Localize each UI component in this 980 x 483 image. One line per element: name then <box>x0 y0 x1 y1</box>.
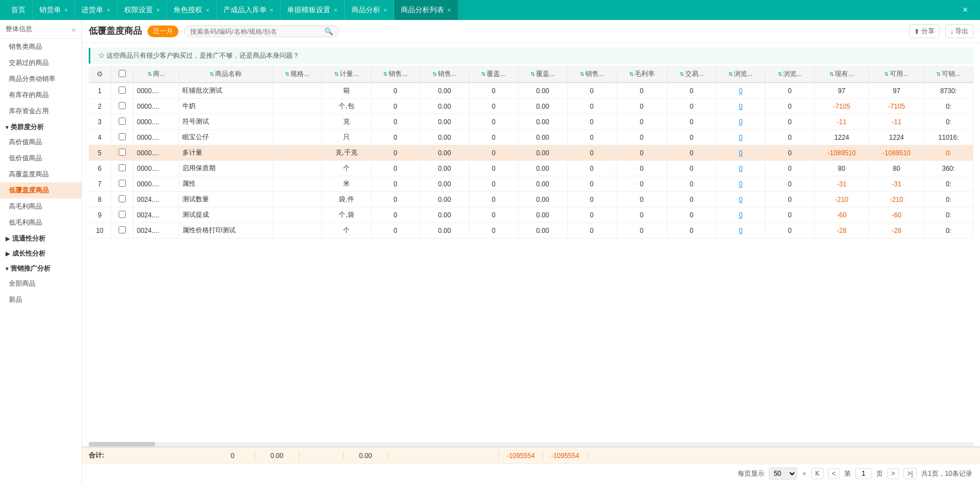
page-title: 低覆盖度商品 <box>89 26 142 37</box>
page-label: 第 <box>844 469 851 479</box>
window-close-button[interactable]: × <box>955 0 976 20</box>
search-icon: 🔍 <box>324 27 333 35</box>
total-info: 共1页，10条记录 <box>921 469 972 479</box>
search-box: 🔍 <box>184 26 339 37</box>
row-checkbox[interactable] <box>119 211 126 218</box>
select-all-checkbox[interactable] <box>119 70 126 77</box>
col-browse2[interactable]: ⇅浏览... <box>765 66 814 83</box>
sidebar-header: 整体信息 « <box>0 20 81 39</box>
page-size-select[interactable]: 50 20 100 200 <box>769 467 797 480</box>
nav-template-setting[interactable]: 单据模板设置 × <box>280 0 344 20</box>
search-input[interactable] <box>190 28 324 35</box>
sidebar: 整体信息 « 销售类商品 交易过的商品 商品分类动销率 有库存的商品 库存资金占… <box>0 20 82 483</box>
nav-purchase-order[interactable]: 进货单 × <box>75 0 117 20</box>
nav-product-entry[interactable]: 产成品入库单 × <box>217 0 280 20</box>
nav-role-auth[interactable]: 角色授权 × <box>167 0 216 20</box>
sidebar-group-cluster[interactable]: ▾ 类群度分析 <box>0 119 81 134</box>
chevron-down-icon: ▼ <box>802 471 807 477</box>
sidebar-item-new-goods[interactable]: 新品 <box>0 292 81 308</box>
sidebar-group-marketing[interactable]: ▾ 营销推广分析 <box>0 261 81 276</box>
share-button[interactable]: ⬆ 分享 <box>909 24 940 38</box>
col-sales-qty[interactable]: ⇅销售... <box>371 66 420 83</box>
row-checkbox[interactable] <box>119 195 126 202</box>
col-available[interactable]: ⇅可用... <box>869 66 924 83</box>
col-unit[interactable]: ⇅计量... <box>322 66 371 83</box>
close-template-setting-icon[interactable]: × <box>334 7 337 13</box>
sidebar-group-cluster-arrow: ▾ <box>6 124 8 130</box>
page-size-label: 每页显示 <box>738 469 764 479</box>
table-row: 90024....测试提成个,袋00.0000.0000000-60-600: <box>89 207 973 223</box>
sidebar-item-traded-goods[interactable]: 交易过的商品 <box>0 55 81 71</box>
next-page-button[interactable]: > <box>887 468 899 479</box>
col-settings[interactable]: ⚙ <box>89 66 111 83</box>
close-permission-icon[interactable]: × <box>156 7 160 13</box>
row-checkbox[interactable] <box>119 133 126 140</box>
settings-icon[interactable]: ⚙ <box>96 70 103 78</box>
first-page-button[interactable]: K <box>811 468 824 479</box>
sidebar-item-all-goods[interactable]: 全部商品 <box>0 276 81 292</box>
col-name[interactable]: ⇅商品名称 <box>179 66 273 83</box>
row-checkbox[interactable] <box>119 164 126 171</box>
sidebar-item-sales-goods[interactable]: 销售类商品 <box>0 39 81 55</box>
close-product-analysis-list-icon[interactable]: × <box>447 7 451 13</box>
sidebar-item-category-rate[interactable]: 商品分类动销率 <box>0 71 81 87</box>
footer-current: -1095554 <box>499 452 543 460</box>
row-checkbox[interactable] <box>119 102 126 109</box>
sidebar-group-circulation[interactable]: ▶ 流通性分析 <box>0 231 81 246</box>
sidebar-item-low-margin[interactable]: 低毛利商品 <box>0 215 81 231</box>
sidebar-header-title: 整体信息 <box>6 24 32 34</box>
col-profit-rate[interactable]: ⇅毛利率 <box>616 66 667 83</box>
col-trade[interactable]: ⇅交易... <box>667 66 716 83</box>
page-header: 低覆盖度商品 近一月 🔍 ⬆ 分享 ↓ 导出 <box>82 20 980 43</box>
footer-total-label: 合计: <box>89 451 211 460</box>
export-icon: ↓ <box>950 28 953 35</box>
sidebar-item-high-value[interactable]: 高价值商品 <box>0 134 81 150</box>
prev-page-button[interactable]: < <box>828 468 840 479</box>
footer-cover2 <box>299 452 344 460</box>
sidebar-item-low-value[interactable]: 低价值商品 <box>0 150 81 166</box>
sidebar-group-growth-arrow: ▶ <box>6 251 10 257</box>
col-current[interactable]: ⇅现有... <box>814 66 869 83</box>
last-page-button[interactable]: >| <box>904 468 917 479</box>
col-sales3[interactable]: ⇅销售... <box>567 66 616 83</box>
col-spec[interactable]: ⇅规格... <box>273 66 322 83</box>
nav-permission[interactable]: 权限设置 × <box>118 0 167 20</box>
row-checkbox[interactable] <box>119 118 126 125</box>
row-checkbox[interactable] <box>119 87 126 94</box>
row-checkbox[interactable] <box>119 180 126 187</box>
sidebar-item-stock-capital[interactable]: 库存资金占用 <box>0 103 81 119</box>
close-product-analysis-icon[interactable]: × <box>384 7 387 13</box>
table-row: 100024....属性价格打印测试个00.0000.0000000-28-28… <box>89 223 973 238</box>
row-checkbox[interactable] <box>119 149 126 156</box>
sidebar-item-stocked-goods[interactable]: 有库存的商品 <box>0 87 81 103</box>
pagination-bar: 每页显示 50 20 100 200 ▼ K < 第 页 > >| 共1页，10… <box>82 464 980 483</box>
col-code[interactable]: ⇅商... <box>134 66 179 83</box>
footer-values: 0 0.00 0.00 -1095554 -1095554 <box>211 452 588 460</box>
nav-sales-order[interactable]: 销货单 × <box>33 0 75 20</box>
horizontal-scrollbar[interactable] <box>89 442 973 446</box>
nav-product-analysis-list[interactable]: 商品分析列表 × <box>394 0 458 20</box>
row-checkbox[interactable] <box>119 226 126 233</box>
page-input[interactable] <box>855 468 872 479</box>
col-cover2[interactable]: ⇅覆盖... <box>518 66 568 83</box>
col-saleable[interactable]: ⇅可销... <box>924 66 973 83</box>
col-sales-amt[interactable]: ⇅销售... <box>420 66 469 83</box>
sidebar-item-low-coverage[interactable]: 低覆盖度商品 <box>0 182 81 199</box>
close-sales-order-icon[interactable]: × <box>64 7 68 13</box>
nav-home[interactable]: 首页 <box>4 0 33 20</box>
date-filter-button[interactable]: 近一月 <box>147 26 178 37</box>
sidebar-item-high-margin[interactable]: 高毛利商品 <box>0 199 81 215</box>
close-product-entry-icon[interactable]: × <box>270 7 273 13</box>
nav-product-analysis[interactable]: 商品分析 × <box>345 0 394 20</box>
close-purchase-order-icon[interactable]: × <box>106 7 110 13</box>
sidebar-collapse-button[interactable]: « <box>72 25 76 34</box>
col-browse1[interactable]: ⇅浏览... <box>716 66 765 83</box>
col-cover1[interactable]: ⇅覆盖... <box>469 66 518 83</box>
sidebar-item-high-coverage[interactable]: 高覆盖度商品 <box>0 166 81 182</box>
table-row: 70000....属性米00.0000.0000000-31-310: <box>89 176 973 192</box>
sidebar-group-growth[interactable]: ▶ 成长性分析 <box>0 246 81 261</box>
col-checkbox <box>111 66 133 83</box>
scrollbar-thumb[interactable] <box>89 442 155 446</box>
export-button[interactable]: ↓ 导出 <box>945 24 973 38</box>
close-role-auth-icon[interactable]: × <box>206 7 209 13</box>
